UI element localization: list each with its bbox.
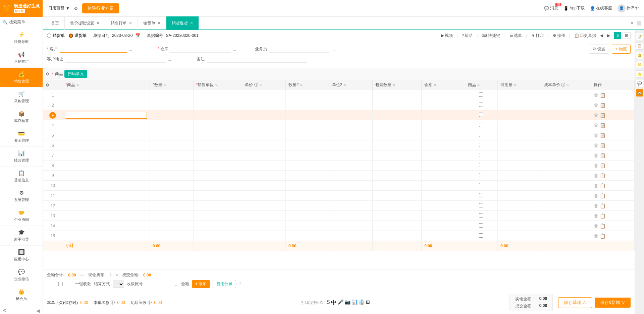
radio-sale[interactable]: 销货单: [47, 33, 65, 39]
sidebar-item-sales[interactable]: 💰 销售管理: [0, 68, 43, 87]
product-input[interactable]: [66, 112, 147, 119]
product-cell[interactable]: [63, 140, 150, 150]
online-service-btn[interactable]: 👤 在线客服: [590, 5, 612, 11]
right-btn-note[interactable]: 📝: [636, 33, 643, 40]
qty-cell[interactable]: [150, 130, 193, 140]
copy-icon[interactable]: 📋: [600, 203, 605, 208]
product-cell[interactable]: [63, 161, 150, 171]
copy-icon[interactable]: 📋: [600, 233, 605, 239]
save-draft-btn[interactable]: 保存草稿 ∧: [558, 297, 592, 308]
pack-qty-cell[interactable]: [373, 231, 422, 241]
amount-cell[interactable]: [422, 150, 465, 161]
sidebar-settings-btn[interactable]: ⚙: [3, 308, 7, 313]
pack-qty-cell[interactable]: [373, 150, 422, 161]
print-link[interactable]: 🖨 打印: [531, 33, 544, 39]
unit2-cell[interactable]: [329, 120, 373, 130]
amount-cell[interactable]: [422, 231, 465, 241]
sidebar-item-purchase[interactable]: 🛒 采购管理: [0, 87, 43, 107]
copy-icon[interactable]: 📋: [600, 133, 605, 138]
pack-qty-cell[interactable]: [373, 120, 422, 130]
operate-link[interactable]: ⚙ 操作: [553, 33, 565, 39]
experience-btn[interactable]: 体验行业方案: [82, 3, 119, 13]
add-row-btn[interactable]: +: [49, 112, 56, 119]
delete-icon[interactable]: 🗑: [594, 143, 598, 148]
unit-cell[interactable]: [193, 100, 242, 110]
available-cell[interactable]: [498, 161, 541, 171]
right-btn-folder[interactable]: 📁: [636, 61, 643, 68]
available-cell[interactable]: [498, 100, 541, 110]
right-btn-chat[interactable]: 💬: [636, 80, 643, 87]
amount-cell[interactable]: [422, 181, 465, 191]
product-cell[interactable]: [63, 130, 150, 140]
close-icon[interactable]: ✕: [157, 21, 161, 25]
copy-icon[interactable]: 📋: [600, 223, 605, 229]
cost-price-cell[interactable]: [541, 191, 591, 201]
unit2-cell[interactable]: [329, 191, 373, 201]
delete-icon[interactable]: 🗑: [594, 183, 598, 188]
save-new-btn[interactable]: 保存&新增 ∨: [595, 298, 631, 308]
delete-icon[interactable]: 🗑: [594, 103, 598, 108]
qty2-cell[interactable]: [286, 110, 329, 120]
product-cell[interactable]: [63, 100, 150, 110]
price-cell[interactable]: [242, 100, 286, 110]
product-cell[interactable]: [63, 201, 150, 211]
unit-cell[interactable]: [193, 181, 242, 191]
product-cell[interactable]: [63, 231, 150, 241]
unit2-cell[interactable]: [329, 140, 373, 150]
amount-cell[interactable]: [422, 120, 465, 130]
copy-icon[interactable]: 📋: [600, 92, 605, 98]
sidebar-item-enterprise[interactable]: 🤝 企业协同: [0, 206, 43, 226]
available-cell[interactable]: [498, 181, 541, 191]
delete-icon[interactable]: 🗑: [594, 203, 598, 208]
gift-cell[interactable]: [465, 221, 497, 231]
calendar-icon[interactable]: 📅: [135, 33, 140, 38]
delete-icon[interactable]: 🗑: [594, 213, 598, 218]
gift-cell[interactable]: [465, 161, 497, 171]
qty-cell[interactable]: [150, 110, 193, 120]
qty-cell[interactable]: [150, 140, 193, 150]
sidebar-item-quicknav[interactable]: ⚡ 快捷导航: [0, 28, 43, 48]
qty-cell[interactable]: [150, 231, 193, 241]
copy-icon[interactable]: 📋: [600, 123, 605, 128]
gift-cell[interactable]: [465, 201, 497, 211]
amount-cell[interactable]: [422, 221, 465, 231]
pack-qty-cell[interactable]: [373, 110, 422, 120]
logistics-btn[interactable]: + 物流: [612, 45, 631, 54]
cost-price-cell[interactable]: [541, 150, 591, 161]
prev-record-btn[interactable]: ◀: [600, 33, 603, 38]
price-cell[interactable]: [242, 110, 286, 120]
select-link[interactable]: ☰ 选单: [509, 33, 522, 39]
app-download-btn[interactable]: 📱 App下载: [564, 5, 585, 11]
available-cell[interactable]: [498, 110, 541, 120]
available-cell[interactable]: [498, 211, 541, 221]
copy-icon[interactable]: 📋: [600, 113, 605, 118]
unit2-cell[interactable]: [329, 201, 373, 211]
available-cell[interactable]: [498, 231, 541, 241]
amount-cell[interactable]: [422, 211, 465, 221]
qty2-cell[interactable]: [286, 130, 329, 140]
gift-cell[interactable]: [465, 100, 497, 110]
maximize-icon[interactable]: ⬜: [636, 21, 641, 25]
product-cell[interactable]: [63, 211, 150, 221]
cost-price-cell[interactable]: [541, 140, 591, 150]
unit2-cell[interactable]: [329, 90, 373, 100]
sidebar-item-finance[interactable]: 💳 资金管理: [0, 127, 43, 147]
qty2-cell[interactable]: [286, 191, 329, 201]
payment-method-select[interactable]: [113, 280, 124, 288]
close-icon[interactable]: ✕: [129, 21, 132, 25]
copy-icon[interactable]: 📋: [600, 193, 605, 198]
tab-home[interactable]: 首页: [46, 16, 65, 30]
qty2-cell[interactable]: [286, 100, 329, 110]
delete-icon[interactable]: 🗑: [594, 193, 598, 198]
pack-qty-cell[interactable]: [373, 161, 422, 171]
product-cell[interactable]: [63, 171, 150, 181]
price-cell[interactable]: [242, 191, 286, 201]
product-cell[interactable]: [63, 181, 150, 191]
delete-icon[interactable]: 🗑: [594, 113, 598, 118]
copy-icon[interactable]: 📋: [600, 153, 605, 158]
delete-icon[interactable]: 🗑: [594, 233, 598, 239]
delete-icon[interactable]: 🗑: [594, 92, 598, 98]
available-cell[interactable]: [498, 130, 541, 140]
available-cell[interactable]: [498, 140, 541, 150]
unit2-cell[interactable]: [329, 171, 373, 181]
